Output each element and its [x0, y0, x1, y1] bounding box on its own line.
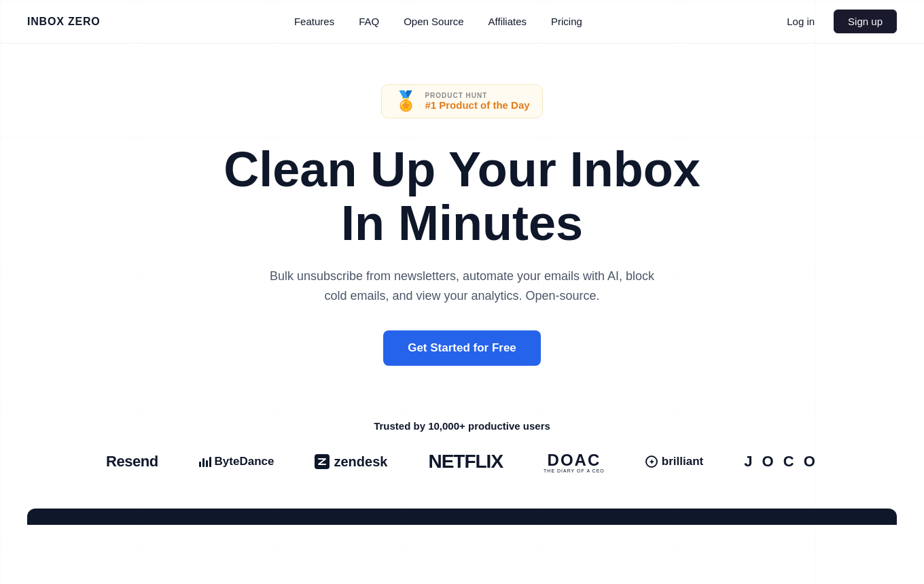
nav-open-source[interactable]: Open Source: [404, 16, 463, 27]
nav-auth: Log in Sign up: [776, 10, 897, 33]
nav-pricing[interactable]: Pricing: [551, 16, 582, 27]
doac-text: DOAC THE DIARY OF A CEO: [544, 451, 605, 473]
logo-resend: Resend: [106, 453, 158, 470]
ph-title: #1 Product of the Day: [425, 99, 529, 111]
joco-text: J O C O: [744, 453, 818, 470]
logo-doac: DOAC THE DIARY OF A CEO: [544, 451, 605, 473]
hero-headline: Clean Up Your Inbox In Minutes: [224, 143, 700, 250]
ph-label: PRODUCT HUNT: [425, 92, 529, 99]
nav-faq[interactable]: FAQ: [359, 16, 379, 27]
headline-line2: In Minutes: [341, 196, 583, 250]
netflix-text: NETFLIX: [428, 451, 503, 473]
bytedance-text: ByteDance: [199, 455, 274, 468]
cta-button[interactable]: Get Started for Free: [383, 330, 541, 366]
logo-joco: J O C O: [744, 453, 818, 470]
hero-section: 🏅 PRODUCT HUNT #1 Product of the Day Cle…: [0, 44, 924, 393]
logo-bytedance: ByteDance: [199, 455, 274, 468]
signup-button[interactable]: Sign up: [834, 10, 897, 33]
logo-brilliant: ✦ brilliant: [645, 455, 703, 468]
logo-netflix: NETFLIX: [428, 451, 503, 473]
nav-features[interactable]: Features: [294, 16, 334, 27]
bottom-preview-strip: [27, 509, 897, 525]
headline-line1: Clean Up Your Inbox: [224, 142, 700, 196]
resend-text: Resend: [106, 453, 158, 470]
ph-text: PRODUCT HUNT #1 Product of the Day: [425, 92, 529, 111]
medal-icon: 🏅: [394, 92, 418, 111]
nav-links: Features FAQ Open Source Affiliates Pric…: [294, 16, 582, 28]
logo-zendesk: zendesk: [315, 454, 387, 470]
bytedance-icon: [199, 457, 211, 467]
brilliant-icon: ✦: [645, 456, 658, 468]
hero-subtext: Bulk unsubscribe from newsletters, autom…: [265, 267, 659, 306]
logos-row: Resend ByteDance: [27, 451, 897, 473]
product-hunt-badge[interactable]: 🏅 PRODUCT HUNT #1 Product of the Day: [381, 84, 542, 118]
brilliant-text: ✦ brilliant: [645, 455, 703, 468]
zendesk-text: zendesk: [315, 454, 387, 470]
zendesk-icon: [315, 454, 330, 469]
nav-affiliates[interactable]: Affiliates: [488, 16, 527, 27]
login-button[interactable]: Log in: [776, 10, 825, 33]
trusted-label: Trusted by 10,000+ productive users: [374, 420, 550, 432]
logo[interactable]: INBOX ZERO: [27, 16, 101, 28]
navbar: INBOX ZERO Features FAQ Open Source Affi…: [0, 0, 924, 44]
trusted-section: Trusted by 10,000+ productive users Rese…: [0, 393, 924, 495]
